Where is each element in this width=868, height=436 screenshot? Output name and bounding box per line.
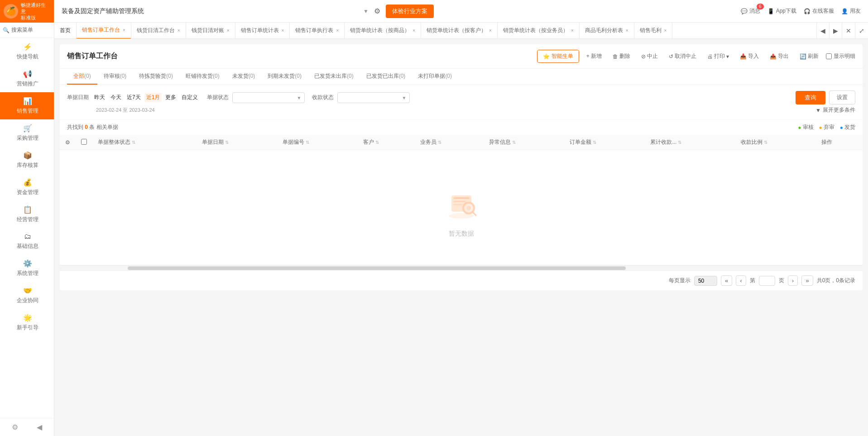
sub-tab-pending-inspect[interactable]: 待拣货验货(0) [133,69,179,85]
tab-close-sales-summary-staff[interactable]: × [571,28,574,33]
sidebar-item-purchase[interactable]: 🛒采购管理 [0,119,54,147]
online-service[interactable]: 🎧 在线客服 [804,7,834,15]
first-page-btn[interactable]: « [721,275,732,286]
sidebar-search[interactable]: 🔍 搜索菜单 [0,23,54,38]
tab-sales-summary-staff[interactable]: 销货单统计表（按业务员）× [498,23,580,39]
next-page-btn[interactable]: › [788,275,798,286]
tab-sales-exec[interactable]: 销售订单执行表× [290,23,345,39]
tab-maximize-btn[interactable]: ⤢ [855,23,868,39]
th-collected[interactable]: 累计收款... [645,135,735,150]
app-download[interactable]: 📱 App下载 [767,7,796,15]
th-customer[interactable]: 客户 [358,135,415,150]
last-page-btn[interactable]: » [801,275,813,286]
sidebar-item-guide[interactable]: 🌟新手引导 [0,309,54,336]
sidebar-item-quick-nav[interactable]: ⚡快捷导航 [0,38,54,65]
ship-btn[interactable]: ● 发货 [840,123,855,131]
col-settings-icon[interactable]: ⚙ [65,139,70,146]
tab-sales-stat[interactable]: 销售订单统计表× [235,23,290,39]
date-option-自定义[interactable]: 自定义 [180,93,200,102]
collapse-icon[interactable]: ◀ [37,423,42,431]
th-sort-staff[interactable]: 业务员 [420,138,478,146]
prev-page-btn[interactable]: ‹ [736,275,746,286]
th-sort-customer[interactable]: 客户 [363,138,410,146]
tab-sales-summary-goods[interactable]: 销货单统计表（按商品）× [345,23,421,39]
th-sort-collected[interactable]: 累计收款... [650,138,730,146]
sub-tab-shipped-out[interactable]: 已发货已出库(0) [360,69,412,85]
th-sort-status[interactable]: 单据整体状态 [98,138,191,146]
th-date[interactable]: 单据日期 [197,135,277,150]
th-abnormal[interactable]: 异常信息 [484,135,564,150]
page-input[interactable]: 1 [759,276,775,286]
show-detail-checkbox[interactable]: 显示明细 [826,52,855,60]
stop-btn[interactable]: ⊘ 中止 [638,50,662,62]
settings-icon[interactable]: ⚙ [12,423,18,431]
date-option-今天[interactable]: 今天 [109,93,123,102]
th-ratio[interactable]: 收款比例 [735,135,816,150]
date-option-更多[interactable]: 更多 [163,93,178,102]
th-number[interactable]: 单据编号 [277,135,358,150]
th-sort-abnormal[interactable]: 异常信息 [489,138,559,146]
page-size-select[interactable]: 102050100 [694,276,717,286]
tab-close-cash-reconcile[interactable]: × [227,28,230,33]
setting-btn[interactable]: 设置 [829,90,855,104]
sub-tab-not-shipped[interactable]: 未发货(0) [226,69,262,85]
tab-sales-profit[interactable]: 销售毛利× [634,23,673,39]
tab-sales-summary-customer[interactable]: 销货单统计表（按客户）× [421,23,498,39]
expand-btn[interactable]: ▼ 展开更多条件 [815,106,855,114]
tab-sales-workbench[interactable]: 销售订单工作台× [77,23,131,39]
show-detail-input[interactable] [826,53,832,59]
audit-btn[interactable]: ● 审核 [798,123,813,131]
sidebar-item-system[interactable]: ⚙️系统管理 [0,255,54,282]
th-status[interactable]: 单据整体状态 [92,135,197,150]
tab-close-sales-stat[interactable]: × [282,28,284,33]
tab-home[interactable]: 首页 [54,23,77,39]
industry-btn[interactable]: 体验行业方案 [386,5,434,18]
th-sort-ratio[interactable]: 收款比例 [741,138,810,146]
print-btn[interactable]: 🖨 打印 ▾ [704,50,733,62]
tab-close-cash-daily[interactable]: × [177,28,180,33]
user-menu[interactable]: 👤 用友 [841,7,861,15]
tab-close-sales-exec[interactable]: × [336,28,339,33]
tab-close-sales-profit[interactable]: × [664,28,667,33]
smart-create-btn[interactable]: ⭐ 智能生单 [537,50,579,63]
cancel-stop-btn[interactable]: ↺ 取消中止 [665,50,700,62]
sidebar-item-enterprise[interactable]: 🤝企业协同 [0,282,54,309]
header-settings-icon[interactable]: ⚙ [374,7,380,15]
status-select[interactable] [232,92,305,103]
sub-tab-shipped-not-out[interactable]: 已发货未出库(0) [308,69,360,85]
message-icon-wrap[interactable]: 💬 消息 6 [741,7,760,15]
tab-close-sales-workbench[interactable]: × [123,28,125,33]
add-btn[interactable]: + 新增 [583,50,605,62]
chevron-down-icon[interactable]: ▼ [363,8,369,14]
date-option-近7天[interactable]: 近7天 [125,93,143,102]
payment-select[interactable] [337,92,410,103]
sidebar-item-sales[interactable]: 📊销售管理 [0,92,54,119]
delete-btn[interactable]: 🗑 删除 [609,50,634,62]
sidebar-item-inventory[interactable]: 📦库存核算 [0,147,54,174]
import-btn[interactable]: 📥 导入 [736,50,762,62]
tab-close-sales-summary-goods[interactable]: × [412,28,415,33]
sub-tab-not-printed[interactable]: 未打印单据(0) [412,69,458,85]
sub-tab-all[interactable]: 全部(0) [67,69,97,85]
sidebar-item-marketing[interactable]: 📢营销推广 [0,65,54,92]
scroll-thumb[interactable] [128,266,626,270]
sub-tab-wangpu-pending[interactable]: 旺铺待发货(0) [179,69,226,85]
date-option-昨天[interactable]: 昨天 [92,93,107,102]
tab-cash-daily[interactable]: 钱货日清工作台× [131,23,186,39]
scroll-area[interactable] [60,265,863,270]
tab-margin-analysis[interactable]: 商品毛利分析表× [580,23,634,39]
tab-close-margin-analysis[interactable]: × [626,28,628,33]
sub-tab-pending-review[interactable]: 待审核(0) [97,69,133,85]
export-btn[interactable]: 📤 导出 [766,50,792,62]
th-operation[interactable]: 操作 [816,135,863,150]
date-option-近1月[interactable]: 近1月 [144,93,162,102]
tab-prev-btn[interactable]: ◀ [816,23,829,39]
sidebar-item-finance[interactable]: 💰资金管理 [0,174,54,201]
th-sort-date[interactable]: 单据日期 [202,138,272,146]
query-btn[interactable]: 查询 [796,91,825,104]
tab-cash-reconcile[interactable]: 钱货日清对账× [186,23,235,39]
sidebar-item-operation[interactable]: 📋经营管理 [0,201,54,228]
tab-close-all-btn[interactable]: ✕ [842,23,855,39]
th-amount[interactable]: 订单金额 [564,135,645,150]
refresh-btn[interactable]: 🔄 刷新 [796,50,822,62]
